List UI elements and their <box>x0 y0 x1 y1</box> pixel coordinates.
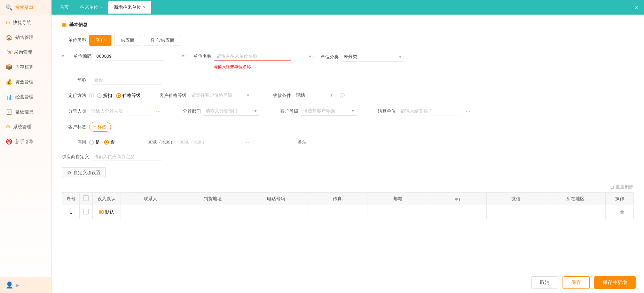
tab-partners[interactable]: 往来单位 × <box>74 1 108 14</box>
pricing-radio-discount[interactable]: 折扣 <box>97 92 112 99</box>
tab-new-partner[interactable]: 新增往来单位 × <box>108 1 151 14</box>
row-no: 1 <box>62 205 80 219</box>
tab-home[interactable]: 首页 <box>54 1 74 14</box>
customer-price-select[interactable]: 请选择客户价格等级 ▼ <box>189 91 252 100</box>
row-qq[interactable] <box>428 205 487 219</box>
sidebar-label-sales: 销售管理 <box>15 34 33 41</box>
sidebar-item-sales[interactable]: 🏠 销售管理 <box>0 30 51 45</box>
tab-partners-close[interactable]: × <box>100 5 103 10</box>
row-default-circle <box>99 210 104 214</box>
region-group: 区域（地区） ··· <box>147 138 250 146</box>
region-dots-btn[interactable]: ··· <box>243 139 250 145</box>
finance-icon: 💰 <box>6 79 13 85</box>
sidebar-label-finance: 资金管理 <box>15 79 33 85</box>
disabled-yes[interactable]: 是 <box>89 139 100 145</box>
sidebar-item-system[interactable]: ⚙ 系统管理 <box>0 119 51 134</box>
row-checkbox[interactable] <box>83 209 89 214</box>
th-default: 设为默认 <box>93 193 120 205</box>
pricing-discount-label: 折扣 <box>103 92 112 99</box>
sidebar-item-quick-nav[interactable]: ⊙ 快捷导航 <box>0 15 51 30</box>
settlement-dots-btn[interactable]: ··· <box>464 108 471 114</box>
main-close-btn[interactable]: × <box>632 4 641 11</box>
type-btn-both[interactable]: 客户/供应商 <box>144 35 181 46</box>
sidebar-label-operations: 经营管理 <box>15 94 33 100</box>
region-input[interactable] <box>178 138 240 146</box>
save-button[interactable]: 保存 <box>563 276 590 289</box>
customer-price-placeholder: 请选择客户价格等级 <box>191 92 245 98</box>
save-new-button[interactable]: 保存并新增 <box>594 276 636 289</box>
wechat-input[interactable] <box>490 208 541 216</box>
cancel-button[interactable]: 取消 <box>531 276 558 289</box>
row-default-radio[interactable]: 默认 <box>96 209 117 215</box>
row-email[interactable] <box>368 205 428 219</box>
user-avatar: 👤 <box>6 281 13 289</box>
sidebar-label-base: 基础信息 <box>15 109 33 115</box>
row-wechat[interactable] <box>487 205 545 219</box>
main-area: 首页 往来单位 × 新增往来单位 × × ▣ 基本信息 单位类型 客户 供应商 … <box>52 0 644 293</box>
settlement-group: 结算单位 ··· <box>371 107 471 115</box>
custom-settings-btn[interactable]: ⚙ 自定义项设置 <box>62 167 106 178</box>
qq-input[interactable] <box>432 208 483 216</box>
category-select[interactable]: 未分类 ▼ <box>341 52 404 62</box>
add-row-btn[interactable]: + <box>614 209 617 215</box>
disabled-no-label: 否 <box>110 139 115 145</box>
sales-icon: 🏠 <box>6 34 13 41</box>
th-qq: qq <box>428 193 487 205</box>
th-check <box>80 193 93 205</box>
code-input[interactable] <box>94 52 164 60</box>
region-label: 区域（地区） <box>147 139 175 145</box>
add-tag-btn[interactable]: + 标签 <box>89 122 111 132</box>
row-region[interactable] <box>545 205 606 219</box>
sidebar-item-inventory[interactable]: 📦 库存核算 <box>0 59 51 74</box>
sidebar-item-guide[interactable]: 🎯 新手引导 <box>0 134 51 149</box>
settlement-input[interactable] <box>399 107 461 115</box>
name-input[interactable] <box>214 52 291 60</box>
manager-dots-btn[interactable]: ··· <box>155 108 162 114</box>
tab-home-label: 首页 <box>60 4 69 10</box>
type-btn-group: 客户 供应商 客户/供应商 <box>89 35 181 46</box>
row-phone[interactable] <box>245 205 307 219</box>
row-manager: 分管人员 ··· 分管部门 请输入分管部门 ▼ 客户等级 请选择客户等级 ▼ 结… <box>62 106 634 116</box>
row-region-input[interactable] <box>549 208 602 216</box>
name-label: 单位名称 <box>187 53 212 59</box>
pricing-info-icon[interactable]: ⓘ <box>89 92 94 99</box>
sidebar-item-operations[interactable]: 📊 经营管理 <box>0 89 51 104</box>
row-address[interactable] <box>181 205 245 219</box>
fax-input[interactable] <box>311 208 364 216</box>
sidebar-item-finance[interactable]: 💰 资金管理 <box>0 74 51 89</box>
th-region: 所在地区 <box>545 193 606 205</box>
remark-input[interactable] <box>309 138 379 146</box>
email-input[interactable] <box>371 208 425 216</box>
tab-new-partner-close[interactable]: × <box>143 5 146 10</box>
row-check[interactable] <box>80 205 93 219</box>
address-input[interactable] <box>184 208 242 216</box>
th-no: 序号 <box>62 193 80 205</box>
batch-delete-label[interactable]: 批量删除 <box>615 184 634 190</box>
supplier-custom-input[interactable] <box>92 153 162 161</box>
payment-info-icon[interactable]: ⓘ <box>340 92 345 99</box>
type-btn-customer[interactable]: 客户 <box>89 35 111 46</box>
sidebar-item-base[interactable]: 📋 基础信息 <box>0 104 51 119</box>
row-contact[interactable] <box>120 205 181 219</box>
row-pricing: 定价方法 ⓘ 折扣 价格等级 客户价格等级 请选择客户价格等级 <box>62 91 634 100</box>
home-icon: ⊙ <box>6 19 10 26</box>
sidebar-item-purchase[interactable]: 🛍 采购管理 <box>0 45 51 59</box>
row-fax[interactable] <box>307 205 368 219</box>
shortname-input[interactable] <box>92 76 162 84</box>
delete-row-btn[interactable]: 🗑 <box>620 209 625 215</box>
dept-group: 分管部门 请输入分管部门 ▼ <box>176 106 259 116</box>
unit-type-group: 单位类型 客户 供应商 客户/供应商 <box>62 35 181 46</box>
phone-input[interactable] <box>249 208 304 216</box>
type-btn-supplier[interactable]: 供应商 <box>114 35 141 46</box>
payment-value: 现结 <box>296 92 328 98</box>
sidebar-item-search[interactable]: 🔍 搜索菜单 <box>0 0 51 15</box>
disabled-no[interactable]: 否 <box>104 139 115 145</box>
pricing-radio-pricelevel[interactable]: 价格等级 <box>116 92 141 99</box>
disabled-radio-group: 是 否 <box>89 139 115 145</box>
manager-input[interactable] <box>89 107 152 115</box>
dept-select[interactable]: 请输入分管部门 ▼ <box>204 106 259 116</box>
header-checkbox[interactable] <box>83 195 89 201</box>
customer-level-select[interactable]: 请选择客户等级 ▼ <box>301 106 357 116</box>
payment-select[interactable]: 现结 ▼ <box>294 91 336 100</box>
contact-input[interactable] <box>124 208 177 216</box>
